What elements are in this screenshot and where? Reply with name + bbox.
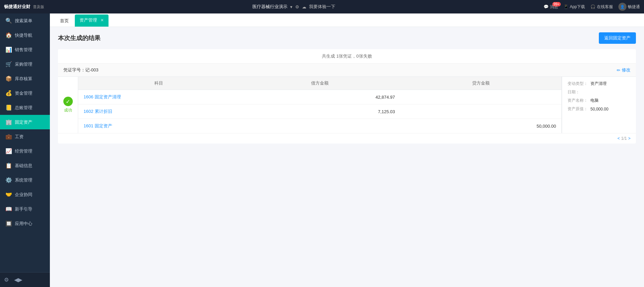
experience-text[interactable]: 我要体验一下 — [309, 4, 335, 10]
change-type-row: 变动类型： 资产清理 — [568, 81, 631, 87]
tab-home[interactable]: 首页 — [55, 15, 73, 27]
original-value-label: 资产原值： — [568, 106, 588, 112]
headset-icon: 🎧 — [590, 4, 595, 9]
voucher-edit-button[interactable]: ✏ 修改 — [617, 67, 631, 73]
cell-subject-1[interactable]: 1602 累计折旧 — [78, 104, 239, 119]
messages-btn[interactable]: 💬 消息 99+ — [544, 4, 558, 10]
cell-credit-0 — [400, 93, 561, 101]
sidebar-item-business[interactable]: 📈经营管理 — [0, 144, 50, 158]
side-info-panel: 变动类型： 资产清理 日期： 资产名称： 电脑 — [562, 77, 636, 133]
quick-nav-icon: 🏠 — [5, 32, 12, 38]
sidebar-scroll: 🔍搜索菜单🏠快捷导航📊销售管理🛒采购管理📦库存核算💰资金管理📒总账管理🏢固定资产… — [0, 13, 50, 272]
voucher-body: ✓ 成功 科目借方金额贷方金额 1606 固定资产清理 42,874.97 16… — [58, 77, 636, 133]
header-cell-2: 贷方金额 — [400, 77, 561, 90]
gear-icon[interactable]: ⚙ — [295, 4, 299, 9]
edit-label: 修改 — [622, 67, 631, 73]
change-type-value: 资产清理 — [590, 81, 607, 87]
voucher-no: 凭证字号：记-003 — [63, 67, 98, 73]
base-info-label: 基础信息 — [15, 163, 32, 169]
finance-icon: 💰 — [5, 90, 12, 96]
user-name: 畅捷通 — [628, 4, 640, 10]
sidebar-item-base-info[interactable]: 📋基础信息 — [0, 158, 50, 173]
messages-badge: 99+ — [552, 2, 561, 6]
sidebar-item-search-menu[interactable]: 🔍搜索菜单 — [0, 13, 50, 28]
logo-sub: 普及版 — [33, 4, 44, 9]
sidebar-item-guide[interactable]: 📖新手引导 — [0, 202, 50, 216]
app-download-label: App下载 — [570, 4, 585, 10]
enterprise-label: 企业协同 — [15, 192, 32, 198]
user-area[interactable]: 👤 畅捷通 — [618, 3, 640, 11]
toggle-icon[interactable]: ◀▶ — [14, 277, 22, 283]
sales-label: 销售管理 — [15, 47, 32, 53]
page-title-row: 本次生成的结果 返回固定资产 — [58, 32, 636, 44]
tab-asset-management[interactable]: 资产管理 ✕ — [75, 14, 109, 27]
asset-name-value: 电脑 — [590, 98, 599, 103]
table-header: 科目借方金额贷方金额 — [78, 77, 561, 90]
sidebar-item-quick-nav[interactable]: 🏠快捷导航 — [0, 28, 50, 42]
app-icon: 📱 — [563, 4, 569, 9]
asset-name-row: 资产名称： 电脑 — [568, 98, 631, 103]
logo-area: 畅捷通好业财 普及版 — [4, 4, 44, 10]
settings-icon[interactable]: ⚙ — [4, 277, 9, 283]
system-icon: ⚙️ — [5, 177, 12, 183]
app-center-label: 应用中心 — [15, 221, 32, 227]
sidebar-item-enterprise[interactable]: 🤝企业协同 — [0, 187, 50, 202]
voucher-table: 科目借方金额贷方金额 1606 固定资产清理 42,874.97 1602 累计… — [78, 77, 562, 133]
change-type-label: 变动类型： — [568, 81, 588, 87]
sidebar-item-ledger[interactable]: 📒总账管理 — [0, 100, 50, 115]
cell-subject-2[interactable]: 1601 固定资产 — [78, 119, 239, 133]
prev-page-btn[interactable]: < — [617, 136, 620, 141]
avatar: 👤 — [618, 3, 626, 11]
home-tab-label: 首页 — [60, 18, 69, 23]
sidebar-item-system[interactable]: ⚙️系统管理 — [0, 173, 50, 187]
status-column: ✓ 成功 — [58, 77, 78, 133]
dropdown-icon[interactable]: ▾ — [290, 4, 293, 9]
sidebar-item-finance[interactable]: 💰资金管理 — [0, 86, 50, 100]
top-right: 💬 消息 99+ 📱 App下载 🎧 在线客服 👤 畅捷通 — [544, 3, 640, 11]
payroll-icon: 💼 — [5, 133, 12, 140]
fixed-assets-label: 固定资产 — [15, 119, 32, 125]
date-label: 日期： — [568, 89, 580, 95]
ledger-label: 总账管理 — [15, 105, 32, 111]
guide-icon: 📖 — [5, 206, 12, 212]
app-download-btn[interactable]: 📱 App下载 — [563, 4, 585, 10]
top-header: 畅捷通好业财 普及版 医疗器械行业演示 ▾ ⚙ ☁ 我要体验一下 💬 消息 99… — [0, 0, 644, 13]
cloud-icon: ☁ — [302, 4, 306, 9]
inventory-icon: 📦 — [5, 75, 12, 82]
table-row: 1601 固定资产 50,000.00 — [78, 119, 561, 133]
sidebar-item-purchase[interactable]: 🛒采购管理 — [0, 57, 50, 71]
cell-subject-0[interactable]: 1606 固定资产清理 — [78, 90, 239, 104]
enterprise-icon: 🤝 — [5, 191, 12, 198]
original-value-value: 50,000.00 — [590, 107, 608, 111]
pagination-row: < 1/1 > — [58, 133, 636, 144]
sidebar-item-sales[interactable]: 📊销售管理 — [0, 42, 50, 57]
table-row: 1606 固定资产清理 42,874.97 — [78, 90, 561, 104]
result-summary: 共生成 1张凭证，0张失败 — [58, 49, 636, 64]
content-area: 首页 资产管理 ✕ 本次生成的结果 返回固定资产 共生成 1张凭证，0张失败 凭… — [50, 13, 644, 287]
voucher-header: 凭证字号：记-003 ✏ 修改 — [58, 64, 636, 77]
top-center: 医疗器械行业演示 ▾ ⚙ ☁ 我要体验一下 — [252, 4, 335, 10]
online-support-btn[interactable]: 🎧 在线客服 — [590, 4, 613, 10]
sidebar-item-inventory[interactable]: 📦库存核算 — [0, 71, 50, 86]
sidebar-item-payroll[interactable]: 💼工资 — [0, 129, 50, 144]
page-content: 本次生成的结果 返回固定资产 共生成 1张凭证，0张失败 凭证字号：记-003 … — [50, 27, 644, 287]
guide-label: 新手引导 — [15, 206, 32, 212]
company-name[interactable]: 医疗器械行业演示 — [252, 4, 287, 10]
quick-nav-label: 快捷导航 — [15, 32, 32, 38]
next-page-btn[interactable]: > — [628, 136, 631, 141]
business-icon: 📈 — [5, 148, 12, 154]
table-row: 1602 累计折旧 7,125.03 — [78, 104, 561, 119]
logo-text: 畅捷通好业财 — [4, 4, 30, 10]
sidebar-item-fixed-assets[interactable]: 🏢固定资产 — [0, 115, 50, 129]
return-fixed-assets-button[interactable]: 返回固定资产 — [599, 32, 636, 44]
original-value-row: 资产原值： 50,000.00 — [568, 106, 631, 112]
payroll-label: 工资 — [15, 134, 24, 140]
voucher-section: 凭证字号：记-003 ✏ 修改 ✓ 成功 — [58, 64, 636, 144]
ledger-icon: 📒 — [5, 104, 12, 111]
sidebar-item-app-center[interactable]: 🔲应用中心 — [0, 216, 50, 231]
tab-close-btn[interactable]: ✕ — [100, 18, 104, 23]
asset-name-label: 资产名称： — [568, 98, 588, 103]
purchase-icon: 🛒 — [5, 61, 12, 67]
inventory-label: 库存核算 — [15, 76, 32, 82]
search-menu-label: 搜索菜单 — [15, 18, 32, 24]
